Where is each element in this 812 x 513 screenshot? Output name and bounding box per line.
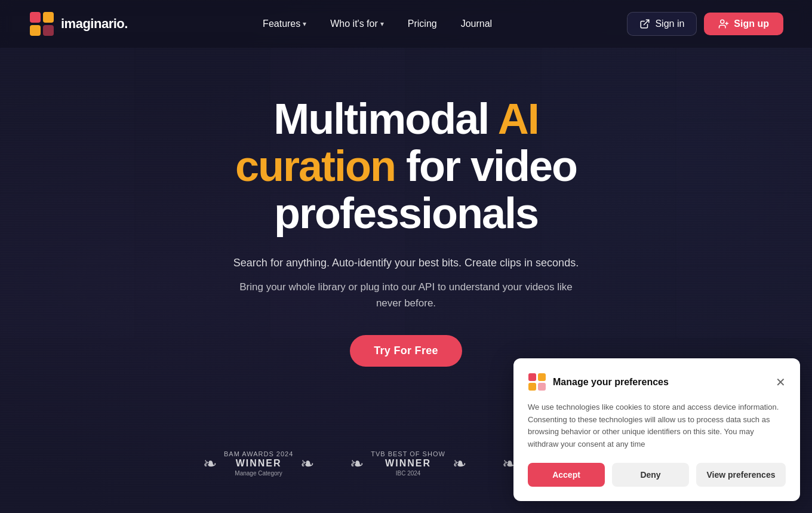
- cookie-header: Manage your preferences ✕: [528, 373, 786, 392]
- cookie-logo-icon: [528, 373, 547, 392]
- bottom-hero-section: Search within your: [0, 500, 812, 513]
- svg-rect-8: [528, 373, 536, 381]
- wreath-right-icon: ❧: [300, 454, 314, 474]
- svg-line-4: [644, 20, 649, 24]
- nav-item-who-its-for[interactable]: Who it's for ▾: [321, 13, 393, 35]
- svg-rect-10: [528, 383, 536, 391]
- nav-pricing-label: Pricing: [408, 19, 437, 29]
- nav-item-features[interactable]: Features ▾: [253, 13, 316, 35]
- hero-title-part2: curation: [235, 142, 395, 190]
- cookie-logo-title: Manage your preferences: [528, 373, 669, 392]
- logo-text: imaginario.: [61, 16, 128, 32]
- person-add-icon: [718, 19, 729, 29]
- signin-button[interactable]: Sign in: [627, 12, 697, 36]
- award-wreath-2: ❧ TVB Best of Show WINNER IBC 2024 ❧: [350, 450, 466, 477]
- nav-who-label: Who it's for: [330, 19, 378, 29]
- nav-item-pricing[interactable]: Pricing: [398, 13, 447, 35]
- award-org-1: BaM Awards 2024: [224, 450, 293, 457]
- svg-point-5: [721, 20, 724, 23]
- svg-rect-11: [538, 383, 546, 391]
- signup-button[interactable]: Sign up: [704, 13, 783, 35]
- signin-label: Sign in: [655, 19, 684, 29]
- navbar: imaginario. Features ▾ Who it's for ▾ Pr…: [0, 0, 812, 48]
- view-preferences-button[interactable]: View preferences: [696, 463, 786, 487]
- award-type-1: WINNER: [224, 457, 293, 469]
- external-link-icon: [639, 19, 650, 29]
- svg-rect-0: [30, 12, 41, 23]
- cookie-close-button[interactable]: ✕: [776, 376, 786, 388]
- nav-links: Features ▾ Who it's for ▾ Pricing Journa…: [253, 13, 502, 35]
- cookie-banner: Manage your preferences ✕ We use technol…: [513, 358, 800, 501]
- chevron-down-icon: ▾: [380, 20, 384, 28]
- award-wreath-1: ❧ BaM Awards 2024 WINNER Manage Category…: [203, 450, 314, 477]
- nav-journal-label: Journal: [461, 19, 492, 29]
- svg-rect-9: [538, 373, 546, 381]
- award-category-1: Manage Category: [224, 470, 293, 477]
- award-category-2: IBC 2024: [371, 470, 445, 477]
- svg-rect-3: [43, 25, 54, 36]
- hero-title-part1: Multimodal: [273, 95, 497, 143]
- chevron-down-icon: ▾: [303, 20, 306, 28]
- nav-features-label: Features: [263, 19, 300, 29]
- cookie-title: Manage your preferences: [553, 377, 669, 388]
- cookie-actions: Accept Deny View preferences: [528, 463, 786, 487]
- cookie-body: We use technologies like cookies to stor…: [528, 401, 786, 451]
- logo-icon: [29, 11, 55, 37]
- award-org-2: TVB Best of Show: [371, 450, 445, 457]
- signup-label: Sign up: [734, 19, 769, 29]
- award-bam-2024: ❧ BaM Awards 2024 WINNER Manage Category…: [203, 450, 314, 477]
- try-for-free-button[interactable]: Try For Free: [350, 335, 462, 367]
- award-tvb: ❧ TVB Best of Show WINNER IBC 2024 ❧: [350, 450, 466, 477]
- svg-rect-1: [43, 12, 54, 23]
- hero-title: Multimodal AI curation for video profess…: [235, 96, 577, 238]
- deny-button[interactable]: Deny: [612, 463, 689, 487]
- nav-item-journal[interactable]: Journal: [451, 13, 502, 35]
- award-type-2: WINNER: [371, 457, 445, 469]
- wreath-right-icon: ❧: [453, 454, 466, 474]
- hero-title-part4: professionals: [274, 189, 538, 237]
- svg-rect-2: [30, 25, 41, 36]
- logo[interactable]: imaginario.: [29, 11, 128, 37]
- wreath-left-icon: ❧: [203, 454, 217, 474]
- accept-button[interactable]: Accept: [528, 463, 605, 487]
- nav-actions: Sign in Sign up: [627, 12, 783, 36]
- hero-description: Bring your whole library or plug into ou…: [233, 279, 579, 311]
- hero-title-accent1: AI: [498, 95, 539, 143]
- hero-subtitle: Search for anything. Auto-identify your …: [233, 257, 579, 269]
- hero-title-part3: for video: [395, 142, 577, 190]
- wreath-left-icon: ❧: [350, 454, 364, 474]
